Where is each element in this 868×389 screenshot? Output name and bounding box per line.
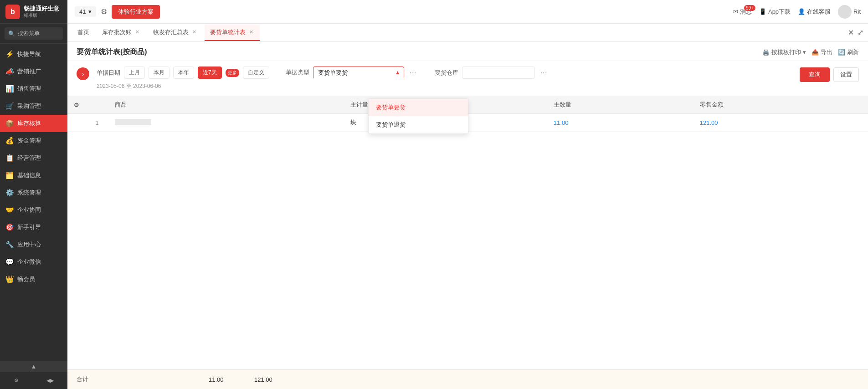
sidebar-scroll-up[interactable]: ▲ (0, 361, 67, 372)
page-header-actions: 🖨️ 按模板打印 ▾ 📤 导出 🔄 刷新 (762, 48, 859, 56)
search-icon: 🔍 (8, 31, 15, 37)
quick-nav-icon: ⚡ (5, 50, 14, 58)
inventory-icon: 📦 (5, 119, 14, 128)
date-curr-month-button[interactable]: 本月 (149, 67, 169, 79)
filter-more-button[interactable]: ··· (408, 68, 418, 77)
main-area: 41 ▾ ⚙ 体验行业方案 ✉ 消息 99+ 📱 App下载 👤 在线客服 R (67, 0, 868, 389)
date-range-row: 2023-05-06 至 2023-06-06 (97, 82, 161, 90)
enterprise-icon: 🤝 (5, 206, 14, 214)
sidebar-item-system[interactable]: ⚙️ 系统管理 (0, 184, 67, 201)
footer-amount: 121.00 (254, 376, 291, 383)
search-menu-button[interactable]: 🔍 搜索菜单 (5, 27, 63, 40)
sidebar-item-purchase[interactable]: 🛒 采购管理 (0, 97, 67, 115)
app-logo-icon: b (5, 5, 20, 19)
topbar-gear-button[interactable]: ⚙ (101, 7, 107, 16)
sidebar-item-basic[interactable]: 🗂️ 基础信息 (0, 167, 67, 184)
type-select-wrap: 要货单要货要货单退货 ▲ (313, 67, 404, 78)
col-header-settings[interactable]: ⚙ (67, 96, 86, 114)
dropdown-item-return[interactable]: 要货单退货 (369, 116, 468, 133)
app-center-icon: 🔧 (5, 241, 14, 249)
print-dropdown-icon: ▾ (803, 49, 806, 56)
user-avatar[interactable]: Rit (838, 5, 861, 19)
row-amount-cell: 121.00 (693, 114, 868, 132)
export-button[interactable]: 📤 导出 (812, 48, 832, 56)
app-download-button[interactable]: 📱 App下载 (759, 8, 791, 16)
type-dropdown: 要货单要货 要货单退货 (368, 98, 468, 134)
date-year-button[interactable]: 本年 (173, 67, 194, 79)
refresh-icon: 🔄 (838, 49, 845, 56)
store-dropdown-icon: ▾ (88, 8, 92, 15)
tab-batch-account[interactable]: 库存批次账 ✕ (97, 25, 146, 41)
sidebar-collapse-button[interactable]: ◀▶ (43, 376, 57, 385)
col-header-index (86, 96, 108, 114)
sidebar-item-wechat[interactable]: 💬 企业微信 (0, 253, 67, 271)
query-button[interactable]: 查询 (800, 67, 830, 82)
tab-close-receive-summary[interactable]: ✕ (191, 28, 197, 36)
message-button[interactable]: ✉ 消息 99+ (733, 8, 752, 16)
filter-toggle-button[interactable]: › (77, 67, 89, 80)
date-range-text: 2023-05-06 至 2023-06-06 (97, 82, 161, 90)
wechat-icon: 💬 (5, 258, 14, 266)
warehouse-filter-group: 要货仓库 ··· (435, 67, 549, 79)
system-icon: ⚙️ (5, 189, 14, 197)
type-select[interactable]: 要货单要货要货单退货 (313, 67, 404, 78)
tab-home[interactable]: 首页 (72, 25, 95, 41)
row-qty-link[interactable]: 11.00 (554, 119, 569, 126)
settings-icon: ⚙ (14, 378, 19, 384)
date-prev-month-button[interactable]: 上月 (124, 67, 145, 79)
sidebar-item-finance[interactable]: 💰 资金管理 (0, 132, 67, 149)
tabbar: 首页 库存批次账 ✕ 收发存汇总表 ✕ 要货单统计表 ✕ ✕ ⤢ (67, 24, 868, 42)
type-filter-group: 单据类型 要货单要货要货单退货 ▲ ··· (286, 67, 418, 78)
trial-button[interactable]: 体验行业方案 (112, 5, 160, 19)
store-selector[interactable]: 41 ▾ (75, 6, 96, 17)
sidebar-item-enterprise[interactable]: 🤝 企业协同 (0, 201, 67, 219)
operation-icon: 📋 (5, 154, 14, 162)
export-icon: 📤 (812, 49, 819, 56)
date-filter-group: 单据日期 上月 本月 本年 近7天 更多 自定义 2023-05-06 至 20… (97, 67, 269, 90)
refresh-button[interactable]: 🔄 刷新 (838, 48, 859, 56)
sidebar-item-guide[interactable]: 🎯 新手引导 (0, 219, 67, 236)
tabbar-actions: ✕ ⤢ (848, 28, 863, 37)
tab-requisition-stats[interactable]: 要货单统计表 ✕ (205, 25, 260, 41)
footer-qty: 11.00 (209, 376, 245, 383)
page-title: 要货单统计表(按商品) (77, 47, 147, 57)
marketing-icon: 📣 (5, 67, 14, 76)
sidebar-settings-button[interactable]: ⚙ (10, 376, 22, 385)
app-logo-text: 畅捷通好生意 标准版 (24, 5, 59, 19)
product-placeholder (115, 119, 151, 125)
tab-fullscreen-button[interactable]: ⤢ (858, 28, 863, 37)
content-area: 要货单统计表(按商品) 🖨️ 按模板打印 ▾ 📤 导出 🔄 刷新 (67, 42, 868, 389)
tab-close-batch-account[interactable]: ✕ (134, 28, 140, 36)
settings-button[interactable]: 设置 (833, 67, 859, 82)
online-service-button[interactable]: 👤 在线客服 (798, 8, 831, 16)
sidebar-item-sales[interactable]: 📊 销售管理 (0, 80, 67, 97)
date-custom-button[interactable]: 自定义 (243, 67, 269, 79)
date-more-badge[interactable]: 更多 (226, 69, 239, 77)
tab-close-all-button[interactable]: ✕ (848, 28, 854, 37)
date-week-button[interactable]: 近7天 (198, 67, 222, 79)
row-settings-cell (67, 114, 86, 132)
topbar-right: ✉ 消息 99+ 📱 App下载 👤 在线客服 Rit (733, 5, 861, 19)
row-amount-link[interactable]: 121.00 (700, 119, 718, 126)
sidebar-item-member[interactable]: 👑 畅会员 (0, 271, 67, 288)
sidebar-item-marketing[interactable]: 📣 营销推广 (0, 63, 67, 80)
sidebar-item-operation[interactable]: 📋 经营管理 (0, 149, 67, 167)
col-header-product: 商品 (108, 96, 344, 114)
dropdown-item-requisition[interactable]: 要货单要货 (369, 99, 468, 116)
warehouse-select[interactable] (462, 67, 535, 79)
sidebar-item-inventory[interactable]: 📦 库存核算 (0, 115, 67, 132)
collapse-icon: ◀▶ (46, 378, 54, 384)
guide-icon: 🎯 (5, 223, 14, 231)
sidebar-item-app-center[interactable]: 🔧 应用中心 (0, 236, 67, 253)
sidebar-nav: ⚡ 快捷导航 📣 营销推广 📊 销售管理 🛒 采购管理 📦 库存核算 💰 资金管… (0, 44, 67, 361)
tab-receive-summary[interactable]: 收发存汇总表 ✕ (148, 25, 203, 41)
tab-close-requisition-stats[interactable]: ✕ (248, 28, 254, 36)
table-area: ⚙ 商品 主计量单位 主数量 零售金额 1 (67, 96, 868, 369)
print-button[interactable]: 🖨️ 按模板打印 ▾ (762, 48, 806, 56)
print-icon: 🖨️ (762, 49, 770, 56)
col-header-qty: 主数量 (547, 96, 693, 114)
col-header-amount: 零售金额 (693, 96, 868, 114)
sidebar-item-quick-nav[interactable]: ⚡ 快捷导航 (0, 46, 67, 63)
warehouse-more-button[interactable]: ··· (539, 68, 549, 77)
member-icon: 👑 (5, 275, 14, 283)
